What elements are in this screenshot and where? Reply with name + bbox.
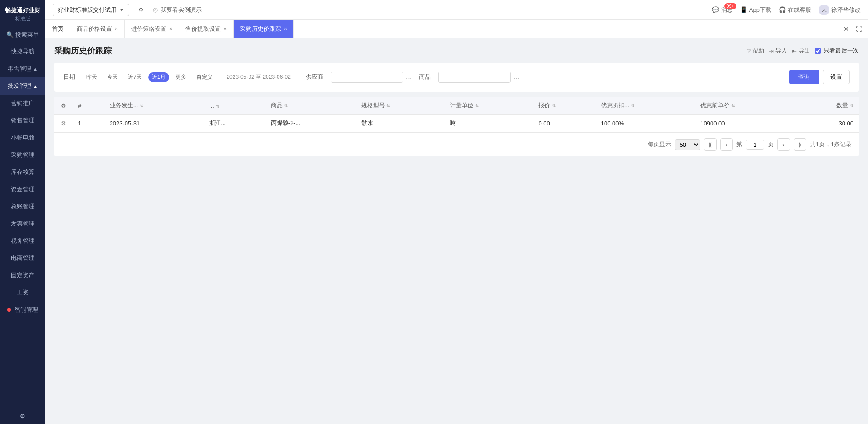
page-last-button[interactable]: ⟫ — [794, 138, 806, 151]
sort-unit-icon[interactable]: ⇅ — [475, 103, 479, 108]
sidebar-item-marketing[interactable]: 营销推广 — [0, 95, 45, 112]
filter-divider — [298, 72, 298, 82]
sidebar-item-tax[interactable]: 税务管理 — [0, 232, 45, 250]
sort-price-icon[interactable]: ⇅ — [731, 103, 735, 108]
pagination: 每页显示 50 100 200 ⟪ ‹ 第 页 › ⟫ 共1页，1条记录 — [54, 132, 859, 156]
th-date: 业务发生... ⇅ — [104, 97, 204, 115]
online-service-button[interactable]: 🎧 在线客服 — [779, 6, 811, 14]
sort-quote-icon[interactable]: ⇅ — [552, 103, 556, 108]
help-icon: ? — [747, 48, 751, 54]
date-btn-more[interactable]: 更多 — [172, 72, 190, 82]
row-qty: 30.00 — [797, 115, 859, 132]
goods-dots[interactable]: ... — [513, 73, 519, 81]
supplier-input[interactable] — [331, 72, 403, 83]
sidebar-search[interactable]: 🔍 搜索菜单 — [0, 27, 45, 43]
date-btn-today[interactable]: 今天 — [103, 72, 122, 82]
export-icon: ⇤ — [792, 48, 797, 54]
table-header-row: ⚙ # 业务发生... ⇅ ... ⇅ 商品 ⇅ — [54, 97, 859, 115]
th-unit: 计量单位 ⇅ — [444, 97, 533, 115]
sidebar-item-finance[interactable]: 资金管理 — [0, 181, 45, 198]
sidebar-item-wholesale[interactable]: 批发管理 ▲ — [0, 77, 45, 95]
sort-qty-icon[interactable]: ⇅ — [850, 103, 853, 108]
sort-spec-icon[interactable]: ⇅ — [386, 103, 390, 108]
user-menu-button[interactable]: 人 徐泽华修改 — [819, 5, 861, 15]
sidebar-item-payroll[interactable]: 工资 — [0, 284, 45, 301]
row-more: 浙江... — [204, 115, 265, 132]
export-button[interactable]: ⇤ 导出 — [792, 47, 810, 55]
demo-button[interactable]: ◎ 我要看实例演示 — [153, 6, 202, 14]
sidebar-item-retail[interactable]: 零售管理 ▲ — [0, 60, 45, 77]
tab-sale-price[interactable]: 售价提取设置 × — [179, 20, 234, 38]
sort-date-icon[interactable]: ⇅ — [140, 103, 143, 108]
close-icon[interactable]: × — [284, 26, 287, 32]
query-button[interactable]: 查询 — [789, 70, 819, 84]
date-filter-label: 日期 — [63, 73, 75, 81]
table-container: ⚙ # 业务发生... ⇅ ... ⇅ 商品 ⇅ — [54, 97, 859, 156]
th-goods: 商品 ⇅ — [265, 97, 356, 115]
goods-input-group: ... — [438, 72, 519, 83]
settings-button[interactable]: 设置 — [823, 70, 850, 84]
import-button[interactable]: ⇥ 导入 — [769, 47, 787, 55]
message-badge: 99+ — [724, 3, 736, 9]
sidebar-settings[interactable]: ⚙ — [0, 408, 45, 424]
page-actions: ? 帮助 ⇥ 导入 ⇤ 导出 只看最后一次 — [747, 47, 859, 55]
sort-more-icon[interactable]: ⇅ — [216, 104, 219, 109]
row-unit: 吨 — [444, 115, 533, 132]
date-btn-7days[interactable]: 近7天 — [124, 72, 146, 82]
version-selector[interactable]: 好业财标准版交付试用 ▼ — [53, 4, 129, 16]
sort-discount-icon[interactable]: ⇅ — [631, 103, 634, 108]
th-more: ... ⇅ — [204, 97, 265, 115]
sidebar-item-ecommerce[interactable]: 电商管理 — [0, 250, 45, 267]
close-icon[interactable]: × — [169, 26, 172, 32]
th-gear: ⚙ — [54, 97, 73, 115]
app-download-button[interactable]: 📱 App下载 — [740, 6, 771, 14]
tab-close-window-button[interactable]: ✕ — [841, 24, 852, 34]
gear-icon: ⚙ — [20, 413, 25, 419]
topbar-settings-button[interactable]: ⚙ — [135, 4, 147, 16]
page-prev-button[interactable]: ‹ — [720, 138, 733, 151]
date-btn-yesterday[interactable]: 昨天 — [83, 72, 101, 82]
message-icon: 💬 — [712, 6, 719, 13]
sidebar-item-invoice[interactable]: 发票管理 — [0, 215, 45, 232]
tab-purchase-strategy[interactable]: 进价策略设置 × — [125, 20, 179, 38]
date-btn-1month[interactable]: 近1月 — [148, 72, 170, 82]
supplier-dots[interactable]: ... — [406, 73, 412, 81]
row-gear[interactable]: ⚙ — [54, 115, 73, 132]
page-next-button[interactable]: › — [777, 138, 790, 151]
tab-price[interactable]: 商品价格设置 × — [70, 20, 125, 38]
app-subtitle: 标准版 — [4, 15, 42, 22]
sidebar-item-quick-nav[interactable]: 快捷导航 — [0, 43, 45, 60]
tab-bar: 首页 商品价格设置 × 进价策略设置 × 售价提取设置 × 采购历史价跟踪 × … — [45, 20, 868, 38]
sidebar-item-assets[interactable]: 固定资产 — [0, 267, 45, 284]
page-input[interactable] — [746, 140, 764, 150]
help-button[interactable]: ? 帮助 — [747, 47, 764, 55]
page-size-select[interactable]: 50 100 200 — [675, 139, 700, 150]
sidebar-item-inventory[interactable]: 库存核算 — [0, 164, 45, 181]
tab-history-price[interactable]: 采购历史价跟踪 × — [234, 20, 294, 38]
import-icon: ⇥ — [769, 48, 774, 54]
sidebar-item-smart[interactable]: 智能管理 — [0, 301, 45, 318]
close-icon[interactable]: × — [115, 26, 118, 32]
topbar: 好业财标准版交付试用 ▼ ⚙ ◎ 我要看实例演示 💬 消息 99+ 📱 App下… — [45, 0, 868, 20]
gear-icon[interactable]: ⚙ — [61, 102, 66, 109]
tab-home[interactable]: 首页 — [45, 20, 70, 38]
sidebar-item-ecommerce-small[interactable]: 小畅电商 — [0, 129, 45, 146]
filter-actions: 查询 设置 — [789, 70, 850, 84]
close-icon[interactable]: × — [224, 26, 227, 32]
headphone-icon: 🎧 — [779, 6, 786, 13]
last-only-checkbox-group: 只看最后一次 — [815, 47, 859, 55]
date-options: 昨天 今天 近7天 近1月 更多 自定义 — [83, 72, 216, 82]
last-only-checkbox[interactable] — [815, 48, 821, 54]
tab-maximize-button[interactable]: ⛶ — [853, 24, 864, 34]
sort-goods-icon[interactable]: ⇅ — [284, 103, 288, 108]
date-btn-custom[interactable]: 自定义 — [193, 72, 216, 82]
message-button[interactable]: 💬 消息 99+ — [712, 6, 733, 14]
page-first-button[interactable]: ⟪ — [704, 138, 717, 151]
chevron-down-icon: ▼ — [119, 7, 124, 13]
goods-input[interactable] — [438, 72, 511, 83]
sidebar-item-general-ledger[interactable]: 总账管理 — [0, 198, 45, 215]
sidebar-item-purchase[interactable]: 采购管理 — [0, 146, 45, 164]
sidebar-item-sales[interactable]: 销售管理 — [0, 112, 45, 129]
th-spec: 规格型号 ⇅ — [356, 97, 444, 115]
mobile-icon: 📱 — [740, 6, 747, 13]
